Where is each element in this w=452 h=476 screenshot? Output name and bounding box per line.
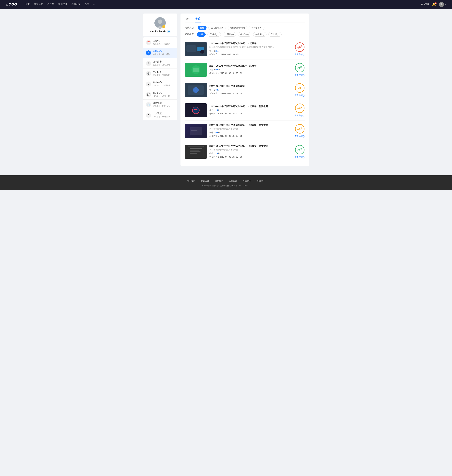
profile-avatar-wrapper: 🏅 [154, 17, 166, 29]
sidebar-menu: 📅 课程中心 精彩课程、不容错过 ≡ 题库中心 海量习题、助力通关 ⚙ 证书荣誉… [143, 37, 177, 120]
notification-bell[interactable]: 🔔 1 [432, 3, 436, 6]
question-icon: ≡ [146, 50, 151, 55]
footer-link-partner[interactable]: 合作伙伴 [226, 180, 240, 183]
sidebar: 🏅 Natalie Smith 验 📅 课程中心 精彩课程、不容错过 ≡ 题库中… [143, 14, 177, 166]
svg-rect-21 [191, 130, 197, 131]
tab-qbank[interactable]: 题库 [185, 17, 191, 22]
app-download-link[interactable]: APP下载 [421, 3, 429, 6]
exam-list: 2017–2018年行测证件考试全国统一（北京卷） 2018年行测考试是最值得多… [185, 39, 305, 162]
exam-title-6: 2017–2018年行测证件考试全国统一（北京卷）付费批卷 [209, 144, 292, 148]
svg-rect-10 [193, 68, 199, 72]
filter-status-label: 考试状态 [185, 33, 195, 36]
exam-thumb-4 [185, 103, 207, 117]
cert-sub: 收获荣誉、持证上岗 [153, 63, 170, 66]
tab-exam[interactable]: 考试 [195, 17, 200, 22]
filter-type-paid[interactable]: 付费批卷(6) [249, 26, 265, 30]
exam-link-3[interactable]: 查看详情 ❯ [295, 94, 305, 97]
nav-links: 首页 发现课程 公开课 新闻资讯 问答社区 题库 ··· [25, 3, 416, 6]
page-wrapper: 🏅 Natalie Smith 验 📅 课程中心 精彩课程、不容错过 ≡ 题库中… [140, 9, 312, 175]
account-icon: ♥ [146, 82, 151, 87]
svg-rect-20 [191, 129, 200, 129]
order-title: 订单管理 [153, 102, 170, 105]
footer-link-about[interactable]: 关于我们 [184, 180, 198, 183]
sidebar-item-order[interactable]: 📄 订单管理 订单支出、明明白白 [143, 100, 177, 110]
footer-link-sitemap[interactable]: 网站地图 [212, 180, 226, 183]
filter-status-review[interactable]: 待批阅(2) [253, 32, 266, 37]
exam-item-5: 2017–2018年行测证件考试全国统一（北京卷）付费批卷 2018年行测考试是… [185, 121, 305, 141]
exam-item-6: 2017–2018年行测证件考试全国统一（北京卷）付费批卷 2018年行测考试是… [185, 141, 305, 162]
user-avatar [439, 2, 444, 7]
exam-actions-2: 已通过 查看详情 ❯ [295, 63, 305, 76]
nav-link-open[interactable]: 公开课 [47, 3, 54, 6]
sidebar-item-cert[interactable]: ⚙ 证书荣誉 收获荣誉、持证上岗 [143, 58, 177, 68]
filter-status-fail[interactable]: 未通过(2) [223, 32, 236, 37]
sidebar-item-message[interactable]: 💭 我的消息 消息通知、及时了解 [143, 89, 177, 100]
nav-link-news[interactable]: 新闻资讯 [58, 3, 67, 6]
footer-copyright: Copyright© 云朵商学院 版权所有 京ICP备17051340号–1 [3, 184, 449, 187]
sidebar-item-qa[interactable]: 💬 学习问答 课后重温、疑难解答 [143, 68, 177, 79]
order-icon: 📄 [146, 102, 151, 107]
svg-rect-28 [190, 153, 197, 154]
profile-badge: 🏅 [162, 25, 166, 28]
filter-type-row: 考试类型： 全部 证书类考试(4) 随机抽题考试(5) 付费批卷(6) [185, 26, 305, 30]
nav-right: APP下载 🔔 1 ▾ [421, 2, 446, 7]
sidebar-item-account[interactable]: ♥ 账户中心 个人权益、实时掌握 [143, 79, 177, 89]
nav-link-qa[interactable]: 问答社区 [71, 3, 80, 6]
qa-title: 学习问答 [153, 71, 170, 74]
nav-link-discover[interactable]: 发现课程 [34, 3, 43, 6]
footer-links: 关于我们 加盟代理 网站地图 合作伙伴 免费声明 招贤纳士 [3, 180, 449, 183]
exam-thumb-5 [185, 124, 207, 138]
bell-badge: 1 [434, 2, 437, 4]
exam-thumb-2 [185, 63, 207, 77]
filter-status-all[interactable]: 全部 [197, 32, 206, 37]
filter-status-row: 考试状态 全部 已通过(2) 未通过(2) 待考试(2) 待批阅(2) 已批阅(… [185, 32, 305, 37]
exam-info-2: 2017–2018年行测证件考试全国统一（北京卷） 得分：99分 考试时间：20… [209, 64, 292, 75]
footer: 关于我们 加盟代理 网站地图 合作伙伴 免费声明 招贤纳士 Copyright©… [0, 175, 452, 190]
exam-link-4[interactable]: 查看详情 ❯ [295, 114, 305, 117]
filter-type-random[interactable]: 随机抽题考试(5) [228, 26, 247, 30]
exam-actions-1: 未通过 查看详情 ❯ [295, 42, 305, 56]
exam-link-5[interactable]: 查看详情 ❯ [295, 135, 305, 138]
svg-point-13 [193, 87, 199, 93]
sidebar-item-course[interactable]: 📅 课程中心 精彩课程、不容错过 [143, 37, 177, 48]
message-sub: 消息通知、及时了解 [153, 95, 170, 97]
footer-link-disclaimer[interactable]: 免费声明 [240, 180, 254, 183]
footer-link-jobs[interactable]: 招贤纳士 [254, 180, 268, 183]
exam-link-1[interactable]: 查看详情 ❯ [295, 53, 305, 56]
account-title: 账户中心 [153, 81, 170, 84]
exam-info-6: 2017–2018年行测证件考试全国统一（北京卷）付费批卷 2018年行测考试是… [209, 144, 292, 159]
nav-link-qbank[interactable]: 题库 [85, 3, 89, 6]
exam-desc-5: 2018年行测考试是最值得多去研究 [209, 128, 275, 130]
filter-type-cert[interactable]: 证书类考试(4) [208, 26, 226, 30]
qa-sub: 课后重温、疑难解答 [153, 74, 170, 76]
sidebar-item-question[interactable]: ≡ 题库中心 海量习题、助力通关 [143, 48, 177, 58]
user-avatar-wrapper[interactable]: ▾ [439, 2, 446, 7]
exam-link-6[interactable]: 查看详情 ❯ [295, 156, 305, 158]
svg-rect-16 [194, 109, 197, 110]
message-title: 我的消息 [153, 91, 170, 94]
exam-desc-6: 2018年行测考试是最值得多去研究 [209, 149, 275, 151]
footer-link-agent[interactable]: 加盟代理 [198, 180, 212, 183]
course-icon: 📅 [146, 40, 151, 45]
cert-icon: ⚙ [146, 61, 151, 66]
filter-status-reviewed[interactable]: 已批阅(2) [268, 32, 282, 37]
exam-item-2: 2017–2018年行测证件考试全国统一（北京卷） 得分：99分 考试时间：20… [185, 60, 305, 80]
settings-title: 个人设置 [153, 112, 170, 115]
exam-actions-6: 已批阅 查看详情 ❯ [295, 145, 305, 158]
exam-score-6: 得分：25分 [209, 152, 292, 155]
exam-link-2[interactable]: 查看详情 ❯ [295, 74, 305, 76]
nav-link-home[interactable]: 首页 [25, 3, 30, 6]
svg-point-3 [158, 20, 162, 24]
filter-status-pending[interactable]: 待考试(2) [238, 32, 251, 37]
sidebar-item-settings[interactable]: ⚙ 个人设置 个人信息、一键管理 [143, 110, 177, 120]
exam-title-5: 2017–2018年行测证件考试全国统一（北京卷）付费批卷 [209, 124, 292, 127]
exam-stamp-5: 待批阅 [294, 123, 306, 135]
exam-stamp-4: 待批阅 [294, 102, 306, 114]
filter-status-pass[interactable]: 已通过(2) [207, 32, 221, 37]
filter-type-all[interactable]: 全部 [198, 26, 206, 30]
user-menu-chevron: ▾ [445, 3, 446, 6]
nav-link-more[interactable]: ··· [93, 3, 95, 6]
svg-rect-26 [190, 150, 199, 150]
navbar: LOGO 首页 发现课程 公开课 新闻资讯 问答社区 题库 ··· APP下载 … [0, 0, 452, 9]
exam-time-2: 考试时间：2019–05–03 10：09：09 [209, 72, 292, 75]
